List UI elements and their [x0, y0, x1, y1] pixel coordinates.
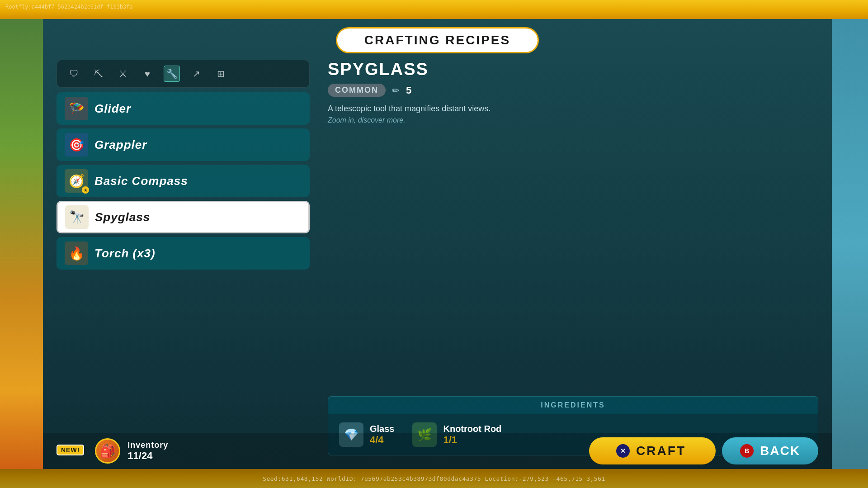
recipe-name-basic-compass: Basic Compass [94, 174, 188, 188]
new-badge: NEW! [57, 445, 84, 455]
rarity-row: COMMON ✏ 5 [328, 84, 818, 97]
pencil-icon: ✏ [392, 85, 400, 96]
recipe-item-basic-compass[interactable]: 🧭 ★ Basic Compass [57, 165, 310, 197]
craft-button-label: CRAFT [636, 444, 686, 458]
rarity-badge: COMMON [328, 84, 386, 97]
recipe-item-grappler[interactable]: 🎯 Grappler [57, 128, 310, 161]
cat-icon-consumables[interactable]: ♥ [139, 66, 156, 82]
content-area: 🛡 ⛏ ⚔ ♥ 🔧 ↗ ⊞ 🪂 Glider 🎯 [43, 60, 832, 469]
recipe-icon-glider: 🪂 [65, 97, 88, 120]
ingredients-label: INGREDIENTS [541, 401, 605, 409]
item-description: A telescopic tool that magnifies distant… [328, 104, 818, 114]
level-number: 5 [406, 85, 411, 96]
ingredients-header: INGREDIENTS [328, 396, 818, 414]
cat-icon-arrows[interactable]: ↗ [188, 66, 204, 82]
recipe-name-spyglass: Spyglass [95, 210, 150, 224]
recipe-icon-torch: 🔥 [65, 242, 88, 265]
debug-top-text: Rootfly:a444bf7 5623424b2c61df-f1b3b3fa [0, 0, 138, 14]
cat-icon-misc[interactable]: ⊞ [212, 66, 229, 82]
star-badge: ★ [82, 186, 89, 194]
bg-left-decor [0, 0, 43, 488]
back-button[interactable]: B BACK [722, 437, 818, 464]
bottom-action-bar: NEW! 🎒 Inventory 11/24 ✕ CRAFT B BACK [43, 433, 832, 469]
recipe-item-glider[interactable]: 🪂 Glider [57, 92, 310, 125]
cat-icon-tools[interactable]: ⛏ [90, 66, 107, 82]
cat-icon-gadgets[interactable]: 🔧 [164, 66, 180, 82]
recipe-name-torch: Torch (x3) [94, 246, 156, 261]
recipe-list: 🪂 Glider 🎯 Grappler 🧭 ★ Basic Compass [57, 92, 310, 270]
recipe-name-grappler: Grappler [94, 138, 147, 152]
inventory-section: NEW! 🎒 Inventory 11/24 [57, 438, 168, 464]
recipe-icon-basic-compass: 🧭 ★ [65, 169, 88, 193]
inventory-text: Inventory 11/24 [127, 441, 168, 462]
recipe-name-glider: Glider [94, 102, 131, 116]
main-panel: CRAFTING RECIPES 🛡 ⛏ ⚔ ♥ 🔧 ↗ ⊞ 🪂 [43, 19, 832, 469]
inventory-label: Inventory [127, 441, 168, 450]
right-panel: SPYGLASS COMMON ✏ 5 A telescopic tool th… [319, 60, 818, 464]
page-title: CRAFTING RECIPES [364, 33, 510, 47]
inventory-count: 11/24 [127, 450, 168, 462]
cat-icon-all[interactable]: 🛡 [66, 66, 82, 82]
bg-right-decor [832, 0, 868, 488]
action-buttons: ✕ CRAFT B BACK [589, 437, 818, 464]
title-area: CRAFTING RECIPES [43, 19, 832, 60]
craft-button-icon: ✕ [616, 444, 630, 458]
back-button-icon: B [740, 444, 754, 458]
cat-icon-weapons[interactable]: ⚔ [115, 66, 131, 82]
recipe-icon-grappler: 🎯 [65, 133, 88, 156]
recipe-icon-spyglass: 🔭 [65, 205, 89, 229]
item-name: SPYGLASS [328, 60, 818, 79]
debug-bottom-bar: Seed:631,648,152 WorldID: 7e5697ab253c4b… [0, 469, 868, 488]
item-flavor-text: Zoom in, discover more. [328, 116, 818, 124]
inventory-avatar: 🎒 [95, 438, 120, 464]
category-bar: 🛡 ⛏ ⚔ ♥ 🔧 ↗ ⊞ [57, 60, 310, 88]
debug-bottom-text: Seed:631,648,152 WorldID: 7e5697ab253c4b… [263, 475, 605, 482]
title-pill: CRAFTING RECIPES [336, 27, 539, 53]
recipe-item-torch[interactable]: 🔥 Torch (x3) [57, 237, 310, 270]
recipe-item-spyglass[interactable]: 🔭 Spyglass [57, 201, 310, 233]
craft-button[interactable]: ✕ CRAFT [589, 437, 716, 464]
left-panel: 🛡 ⛏ ⚔ ♥ 🔧 ↗ ⊞ 🪂 Glider 🎯 [57, 60, 310, 464]
back-button-label: BACK [760, 444, 800, 458]
